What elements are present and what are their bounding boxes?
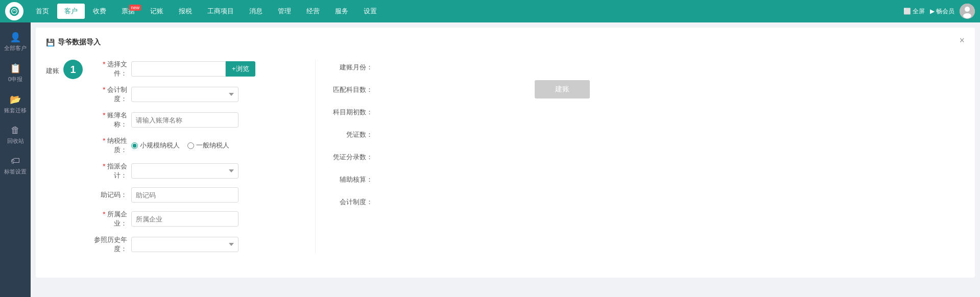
account-migration-icon: 📂: [10, 94, 21, 105]
vip-icon: ▶: [930, 8, 935, 15]
tax-general-text: 一般纳税人: [196, 141, 229, 150]
right-accounting-system-label: 会计制度：: [331, 197, 377, 207]
nav-manage[interactable]: 管理: [271, 4, 298, 19]
sidebar-label-all-customers: 全部客户: [4, 44, 27, 52]
nav-items: 首页 客户 收费 票据 new 记账 报税 工商项目 消息 管理 经营 服务 设…: [29, 4, 903, 19]
recycle-icon: 🗑: [11, 125, 20, 136]
sidebar-item-recycle[interactable]: 🗑 回收站: [0, 121, 31, 149]
nav-operation[interactable]: 经营: [299, 4, 327, 19]
company-label: 所属企业：: [90, 210, 131, 228]
memo-row: 助记码：: [90, 187, 315, 203]
tax-type-row: 纳税性质： 小规模纳税人 一般纳税人: [90, 136, 315, 155]
sidebar-label-recycle: 回收站: [7, 137, 24, 145]
form-actions: 建账: [519, 60, 965, 254]
tax-type-radio-group: 小规模纳税人 一般纳税人: [131, 138, 229, 153]
tax-type-label: 纳税性质：: [90, 136, 131, 155]
file-row: 选择文件： +浏览: [90, 60, 315, 78]
nav-bookkeeping[interactable]: 记账: [143, 4, 171, 19]
step-label: 建账: [46, 66, 59, 76]
build-month-label: 建账月份：: [331, 63, 377, 72]
nav-tax[interactable]: 报税: [172, 4, 199, 19]
svg-point-3: [963, 13, 971, 18]
voucher-count-row: 凭证数：: [331, 127, 519, 142]
fullscreen-button[interactable]: ⬜ 全屏: [903, 7, 925, 16]
accounting-system-label: 会计制度：: [90, 85, 131, 104]
import-icon: 💾: [46, 38, 55, 46]
aux-accounting-label: 辅助核算：: [331, 175, 377, 184]
sidebar-label-tag-settings: 标签设置: [4, 168, 27, 176]
nav-fee[interactable]: 收费: [86, 4, 113, 19]
vip-label: 畅会员: [936, 7, 954, 16]
sidebar: 👤 全部客户 📋 0申报 📂 账套迁移 🗑 回收站 🏷 标签设置: [0, 22, 31, 297]
main-content: 💾 导爷数据导入 × 建账 1 选择文件：: [31, 22, 980, 297]
sidebar-item-tag-settings[interactable]: 🏷 标签设置: [0, 152, 31, 180]
voucher-count-label: 凭证数：: [331, 130, 377, 139]
accountant-row: 指派会计：: [90, 162, 315, 180]
form-right: 建账月份： 匹配科目数： 科目期初数： 凭证数：: [315, 60, 519, 254]
memo-input[interactable]: [131, 187, 238, 203]
build-button[interactable]: 建账: [535, 80, 590, 98]
file-label: 选择文件：: [90, 60, 131, 78]
voucher-record-row: 凭证分录数：: [331, 150, 519, 165]
nav-invoice[interactable]: 票据 new: [114, 4, 142, 19]
svg-point-0: [10, 7, 19, 16]
tax-general-radio[interactable]: [187, 142, 194, 149]
history-year-label: 参照历史年度：: [90, 235, 131, 254]
subject-init-label: 科目期初数：: [331, 108, 377, 117]
svg-point-2: [965, 7, 970, 12]
voucher-record-label: 凭证分录数：: [331, 153, 377, 162]
fullscreen-label: 全屏: [913, 7, 925, 16]
fullscreen-icon: ⬜: [903, 8, 911, 15]
match-subject-row: 匹配科目数：: [331, 82, 519, 97]
ledger-name-row: 账簿名称：: [90, 111, 315, 129]
file-input[interactable]: [131, 61, 226, 77]
vip-button[interactable]: ▶ 畅会员: [930, 7, 954, 16]
nav-home[interactable]: 首页: [29, 4, 56, 19]
logo: [5, 2, 23, 20]
tax-small-label[interactable]: 小规模纳税人: [131, 141, 180, 150]
card-title: 💾 导爷数据导入: [46, 38, 965, 47]
history-year-select[interactable]: [131, 237, 238, 252]
new-badge: new: [129, 5, 141, 11]
form-area: 建账 1 选择文件： +浏览: [46, 60, 965, 254]
accounting-system-row: 会计制度：: [90, 85, 315, 104]
ledger-name-input[interactable]: [131, 112, 238, 128]
right-accounting-system-row: 会计制度：: [331, 194, 519, 210]
browse-button[interactable]: +浏览: [226, 61, 255, 77]
memo-label: 助记码：: [90, 190, 131, 200]
tax-small-radio[interactable]: [131, 142, 138, 149]
import-card: 💾 导爷数据导入 × 建账 1 选择文件：: [36, 28, 975, 278]
close-button[interactable]: ×: [959, 35, 965, 46]
accountant-select[interactable]: [131, 163, 238, 179]
main-layout: 👤 全部客户 📋 0申报 📂 账套迁移 🗑 回收站 🏷 标签设置 💾 导爷数据导…: [0, 22, 980, 297]
sidebar-item-zero-report[interactable]: 📋 0申报: [0, 59, 31, 87]
history-year-row: 参照历史年度：: [90, 235, 315, 254]
file-input-group: +浏览: [131, 61, 255, 77]
match-subject-label: 匹配科目数：: [331, 85, 377, 94]
step-indicator: 1: [63, 60, 83, 79]
card-title-text: 导爷数据导入: [58, 38, 101, 47]
zero-report-icon: 📋: [10, 63, 21, 74]
build-month-row: 建账月份：: [331, 60, 519, 75]
nav-service[interactable]: 服务: [328, 4, 355, 19]
top-nav-right: ⬜ 全屏 ▶ 畅会员: [903, 4, 975, 19]
sidebar-item-all-customers[interactable]: 👤 全部客户: [0, 28, 31, 56]
nav-business[interactable]: 工商项目: [200, 4, 241, 19]
form-left: 选择文件： +浏览 会计制度：: [90, 60, 315, 254]
sidebar-item-account-migration[interactable]: 📂 账套迁移: [0, 90, 31, 118]
tax-general-label[interactable]: 一般纳税人: [187, 141, 229, 150]
sidebar-label-zero-report: 0申报: [8, 76, 22, 83]
company-row: 所属企业：: [90, 210, 315, 228]
subject-init-row: 科目期初数：: [331, 105, 519, 120]
accountant-label: 指派会计：: [90, 162, 131, 180]
nav-customer[interactable]: 客户: [57, 4, 85, 19]
aux-accounting-row: 辅助核算：: [331, 172, 519, 187]
tax-small-text: 小规模纳税人: [140, 141, 180, 150]
nav-message[interactable]: 消息: [242, 4, 270, 19]
avatar[interactable]: [960, 4, 975, 19]
company-input[interactable]: [131, 211, 238, 227]
accounting-system-select[interactable]: [131, 87, 238, 102]
nav-settings[interactable]: 设置: [356, 4, 384, 19]
top-navigation: 首页 客户 收费 票据 new 记账 报税 工商项目 消息 管理 经营 服务 设…: [0, 0, 980, 22]
ledger-name-label: 账簿名称：: [90, 111, 131, 129]
